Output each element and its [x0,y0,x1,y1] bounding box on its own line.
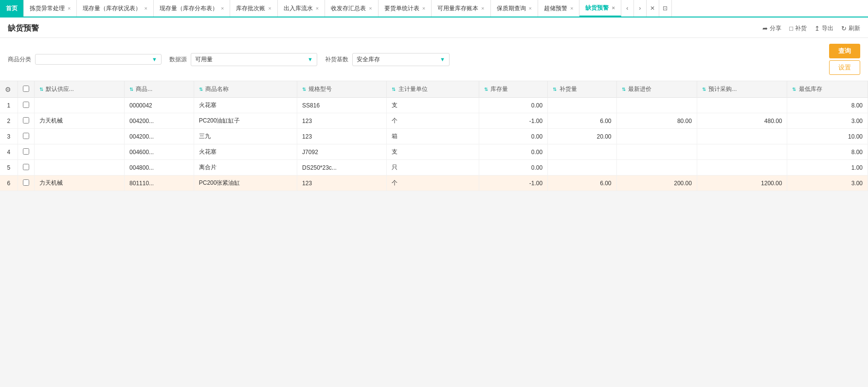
share-button[interactable]: ➦ 分享 [762,24,781,33]
row-checkbox-6[interactable] [18,176,34,191]
row-num-4: 4 [0,144,18,160]
tab-collect-label: 收发存汇总表 [331,4,366,13]
tab-home[interactable]: 首页 [0,0,24,17]
refresh-button[interactable]: ↻ 刷新 [841,24,860,33]
th-checkbox[interactable] [18,81,34,98]
tab-overstock-close[interactable]: × [570,5,573,11]
table-row: 6 力天机械 801110... PC200张紧油缸 123 个 -1.00 6… [0,176,868,191]
page-title: 缺货预警 [8,23,39,34]
datasource-value: 可用量 [195,55,213,64]
row-price-2: 80.00 [616,113,697,129]
tab-shortage-close[interactable]: × [612,5,615,11]
row-minstock-4: 8.00 [787,144,868,160]
row-minstock-2: 3.00 [787,113,868,129]
row-estimated-1 [697,98,787,113]
category-arrow-icon: ▼ [152,56,157,62]
th-min-stock[interactable]: ⇅ 最低库存 [787,81,868,98]
th-spec[interactable]: ⇅ 规格型号 [297,81,387,98]
row-checkbox-1[interactable] [18,98,34,113]
tab-available-close[interactable]: × [481,5,484,11]
header-actions: ➦ 分享 □ 补货 ↥ 导出 ↻ 刷新 [762,24,860,33]
row-supplier-5 [34,160,125,176]
datasource-select[interactable]: 可用量 ▼ [191,53,317,66]
tab-inventory-dist[interactable]: 现存量（库存分布表） × [154,0,230,17]
gear-icon[interactable]: ⚙ [5,86,11,93]
row-minstock-5: 1.00 [787,160,868,176]
refresh-label: 刷新 [849,24,860,33]
tab-inventory-status[interactable]: 现存量（库存状况表） × [77,0,153,17]
sort-icon-minstock: ⇅ [792,87,796,92]
tab-requisition[interactable]: 要货单统计表 × [379,0,432,17]
tab-expiry[interactable]: 保质期查询 × [491,0,538,17]
replenish-button[interactable]: □ 补货 [789,24,807,33]
tab-inout-label: 出入库流水 [284,4,313,13]
row-supplier-1 [34,98,125,113]
tab-available-label: 可用量库存账本 [437,4,478,13]
row-spec-6: 123 [297,176,387,191]
th-product-code[interactable]: ⇅ 商品... [125,81,194,98]
category-select[interactable]: ▼ [35,54,162,65]
row-code-2: 004200... [125,113,194,129]
th-product-name[interactable]: ⇅ 商品名称 [194,81,297,98]
tab-shortage[interactable]: 缺货预警 × [579,0,621,17]
row-supplier-6: 力天机械 [34,176,125,191]
th-estimated-purchase[interactable]: ⇅ 预计采购... [697,81,787,98]
tab-overstock[interactable]: 超储预警 × [538,0,579,17]
row-minstock-6: 3.00 [787,176,868,191]
tab-scroll-right[interactable]: › [634,0,647,17]
tab-inventory-status-close[interactable]: × [144,5,147,11]
tab-batch[interactable]: 库存批次账 × [230,0,277,17]
row-checkbox-2[interactable] [18,113,34,129]
th-latest-price[interactable]: ⇅ 最新进价 [616,81,697,98]
row-code-5: 004800... [125,160,194,176]
row-price-5 [616,160,697,176]
tab-exception[interactable]: 拣货异常处理 × [24,0,77,17]
shortage-table: ⚙ ⇅ 默认供应... ⇅ 商品... ⇅ 商品名称 [0,81,868,191]
row-checkbox-4[interactable] [18,144,34,160]
tab-available[interactable]: 可用量库存账本 × [432,0,490,17]
replenish-label: 补货 [795,24,807,33]
datasource-label: 数据源 [169,55,187,64]
th-default-supplier[interactable]: ⇅ 默认供应... [34,81,125,98]
replenish-basis-select[interactable]: 安全库存 ▼ [352,53,450,66]
row-name-1: 火花塞 [194,98,297,113]
th-replenish[interactable]: ⇅ 补货量 [548,81,616,98]
row-code-6: 801110... [125,176,194,191]
tab-requisition-close[interactable]: × [422,5,425,11]
refresh-icon: ↻ [841,25,847,32]
sort-icon-supplier: ⇅ [39,87,43,92]
query-button[interactable]: 查询 [829,44,860,58]
row-unit-6: 个 [387,176,479,191]
export-button[interactable]: ↥ 导出 [814,24,833,33]
th-stock[interactable]: ⇅ 库存量 [479,81,547,98]
tab-collect[interactable]: 收发存汇总表 × [325,0,378,17]
row-estimated-6: 1200.00 [697,176,787,191]
row-num-2: 2 [0,113,18,129]
replenish-basis-filter-group: 补货基数 安全库存 ▼ [325,53,450,66]
row-replenish-3: 20.00 [548,129,616,144]
th-unit[interactable]: ⇅ 主计量单位 [387,81,479,98]
tab-expiry-close[interactable]: × [529,5,532,11]
row-price-6: 200.00 [616,176,697,191]
sort-icon-estimated: ⇅ [702,87,706,92]
row-checkbox-5[interactable] [18,160,34,176]
settings-button[interactable]: 设置 [829,60,860,75]
tab-exception-label: 拣货异常处理 [30,4,65,13]
row-checkbox-3[interactable] [18,129,34,144]
tab-inout-close[interactable]: × [316,5,319,11]
tab-collect-close[interactable]: × [369,5,372,11]
tab-fullscreen[interactable]: ⊡ [659,0,672,17]
row-code-4: 004600... [125,144,194,160]
tab-scroll-left[interactable]: ‹ [621,0,634,17]
tab-inout[interactable]: 出入库流水 × [278,0,325,17]
tab-close-all[interactable]: ✕ [647,0,659,17]
tab-inventory-dist-close[interactable]: × [221,5,224,11]
tab-bar: 首页 拣货异常处理 × 现存量（库存状况表） × 现存量（库存分布表） × 库存… [0,0,868,18]
select-all-checkbox[interactable] [23,86,29,92]
tab-exception-close[interactable]: × [68,5,71,11]
th-gear[interactable]: ⚙ [0,81,18,98]
table-row: 1 0000042 火花塞 SS816 支 0.00 8.00 [0,98,868,113]
th-spec-label: 规格型号 [308,86,332,92]
tab-batch-close[interactable]: × [268,5,271,11]
share-label: 分享 [770,24,781,33]
